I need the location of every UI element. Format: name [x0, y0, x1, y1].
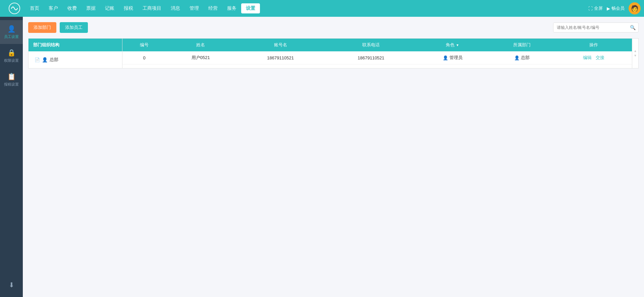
tree-body: 📄 👤 总部 [29, 51, 122, 68]
user-avatar[interactable]: 🧑 [629, 2, 641, 14]
tree-item-label: 总部 [50, 57, 58, 63]
logo-icon [8, 2, 20, 14]
cell-phone: 18679110521 [326, 51, 416, 64]
nav-item-tax[interactable]: 报税 [119, 3, 138, 13]
nav-items: 首页 客户 收费 票据 记账 报税 工商项目 消息 管理 经营 服务 设置 [25, 3, 588, 13]
cell-name: 用户0521 [166, 51, 235, 64]
filter-icon: ▼ [456, 43, 459, 47]
transfer-link[interactable]: 交接 [596, 55, 604, 60]
sidebar-item-permission[interactable]: 🔒 权限设置 [0, 44, 23, 68]
lock-icon: 🔒 [7, 49, 16, 57]
logo-area [3, 2, 25, 14]
sidebar-permission-label: 权限设置 [4, 58, 19, 63]
sidebar-tax-label: 报税设置 [4, 82, 19, 87]
role-value: 管理员 [449, 55, 463, 61]
dept-person-icon: 👤 [514, 55, 520, 60]
scroll-arrows: ▲ ▼ [632, 39, 638, 68]
fullscreen-label: 全屏 [594, 5, 603, 11]
tree-header: 部门组织结构 [29, 39, 122, 51]
col-header-phone: 联系电话 [326, 39, 416, 51]
role-person-icon: 👤 [443, 55, 448, 60]
fullscreen-icon: ⛶ [588, 6, 593, 11]
content-area: 添加部门 添加员工 🔍 部门组织结构 📄 👤 总部 [23, 17, 644, 297]
tax-icon: 📋 [7, 72, 16, 81]
search-button[interactable]: 🔍 [627, 23, 638, 32]
vip-icon: ▶ [607, 6, 610, 11]
nav-item-home[interactable]: 首页 [25, 3, 44, 13]
employee-table: 编号 姓名 账号名 联系电话 角色 ▼ 所属部门 操作 [122, 39, 632, 64]
col-header-action: 操作 [555, 39, 632, 51]
vip-btn[interactable]: ▶ 畅会员 [607, 5, 625, 11]
main-layout: 👤 员工设置 🔒 权限设置 📋 报税设置 ⬇ 添加部门 添加员工 🔍 [0, 17, 644, 297]
search-box: 🔍 [553, 22, 639, 33]
table-row: 0 用户0521 18679110521 18679110521 👤 管理员 [122, 51, 632, 64]
vip-label: 畅会员 [611, 5, 625, 11]
col-header-id: 编号 [122, 39, 166, 51]
nav-item-message[interactable]: 消息 [166, 3, 185, 13]
nav-item-bill[interactable]: 票据 [82, 3, 100, 13]
add-dept-button[interactable]: 添加部门 [28, 22, 56, 33]
dept-value: 总部 [521, 55, 530, 61]
nav-item-settings[interactable]: 设置 [241, 3, 260, 13]
nav-item-business[interactable]: 工商项目 [138, 3, 166, 13]
fullscreen-btn[interactable]: ⛶ 全屏 [588, 5, 603, 11]
sidebar-item-download[interactable]: ⬇ [0, 276, 23, 294]
scroll-down-arrow[interactable]: ▼ [634, 53, 637, 58]
nav-item-service[interactable]: 服务 [222, 3, 241, 13]
data-table: 编号 姓名 账号名 联系电话 角色 ▼ 所属部门 操作 [122, 39, 632, 68]
cell-role: 👤 管理员 [416, 51, 489, 64]
sidebar: 👤 员工设置 🔒 权限设置 📋 报税设置 ⬇ [0, 17, 23, 297]
nav-right: ⛶ 全屏 ▶ 畅会员 🧑 [588, 2, 641, 14]
sidebar-staff-label: 员工设置 [4, 34, 19, 39]
nav-item-accounting[interactable]: 记账 [100, 3, 119, 13]
nav-item-customer[interactable]: 客户 [44, 3, 63, 13]
cell-account: 18679110521 [235, 51, 326, 64]
table-wrapper: 部门组织结构 📄 👤 总部 编号 姓名 账号名 [28, 38, 639, 68]
role-label: 角色 [446, 42, 454, 47]
search-input[interactable] [553, 23, 627, 32]
cell-dept: 👤 总部 [489, 51, 555, 64]
sidebar-item-staff[interactable]: 👤 员工设置 [0, 20, 23, 44]
add-staff-button[interactable]: 添加员工 [60, 22, 88, 33]
edit-link[interactable]: 编辑 [583, 55, 592, 60]
table-header-row: 编号 姓名 账号名 联系电话 角色 ▼ 所属部门 操作 [122, 39, 632, 51]
person-icon: 👤 [42, 57, 48, 62]
cell-id: 0 [122, 51, 166, 64]
nav-item-fee[interactable]: 收费 [63, 3, 82, 13]
sidebar-item-taxsettings[interactable]: 📋 报税设置 [0, 68, 23, 92]
cell-actions: 编辑 交接 [555, 51, 632, 64]
col-header-account: 账号名 [235, 39, 326, 51]
toolbar: 添加部门 添加员工 🔍 [28, 22, 639, 33]
nav-item-manage[interactable]: 管理 [185, 3, 204, 13]
scroll-up-arrow[interactable]: ▲ [634, 49, 637, 53]
col-header-dept: 所属部门 [489, 39, 555, 51]
tree-panel: 部门组织结构 📄 👤 总部 [29, 39, 122, 68]
top-navigation: 首页 客户 收费 票据 记账 报税 工商项目 消息 管理 经营 服务 设置 ⛶ … [0, 0, 644, 17]
col-header-role[interactable]: 角色 ▼ [416, 39, 489, 51]
download-icon: ⬇ [9, 281, 14, 289]
tree-item-root[interactable]: 📄 👤 总部 [32, 55, 119, 65]
staff-icon: 👤 [7, 25, 16, 33]
col-header-name: 姓名 [166, 39, 235, 51]
file-icon: 📄 [35, 57, 40, 62]
nav-item-operation[interactable]: 经营 [204, 3, 222, 13]
